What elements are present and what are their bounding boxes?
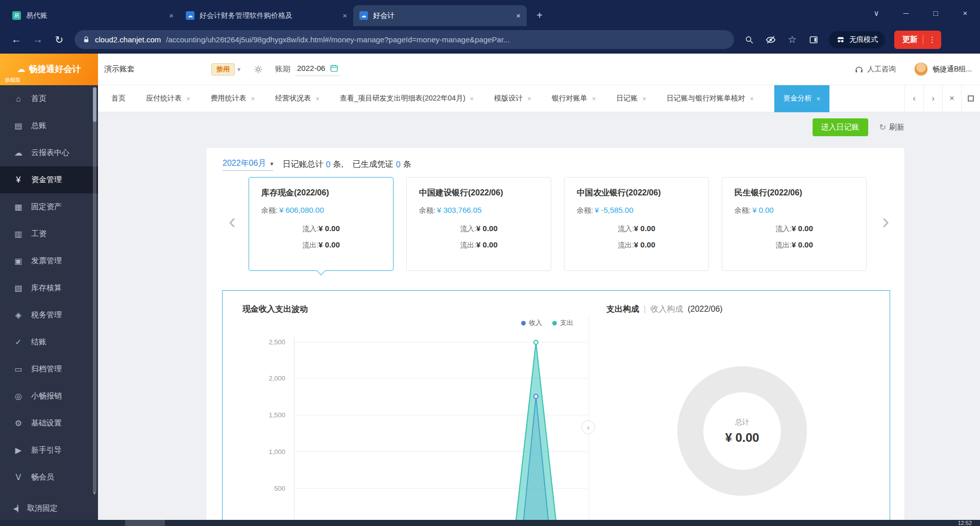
tabs-scroll-right-icon[interactable]: › <box>923 85 942 112</box>
account-card-cash[interactable]: 库存现金(2022/06) 余额:¥ 606,080.00 流入:¥ 0.00 … <box>249 177 394 271</box>
calendar-icon[interactable] <box>330 64 338 72</box>
carousel-prev-icon[interactable]: ‹ <box>229 211 236 232</box>
window-minimize-button[interactable]: ─ <box>891 0 921 26</box>
side-panel-icon[interactable] <box>804 31 823 49</box>
tab-close-icon[interactable]: × <box>186 95 190 103</box>
tab-close-icon[interactable]: × <box>315 95 320 103</box>
url-domain: cloud2.chanjet.com <box>95 35 161 44</box>
tab-close-icon[interactable]: × <box>516 11 521 20</box>
search-icon[interactable] <box>740 31 758 49</box>
browser-tab-yidaizhang[interactable]: 易 易代账 × <box>6 5 180 26</box>
donut-total-value: ¥ 0.00 <box>725 431 760 445</box>
period-label: 账期 <box>275 64 290 74</box>
tab-title: 好会计财务管理软件购价格及 <box>200 11 337 20</box>
composition-donut-chart: 总计 ¥ 0.00 <box>677 366 807 496</box>
tabs-close-all-icon[interactable]: × <box>942 85 961 112</box>
account-set-name[interactable]: 演示账套 <box>104 64 135 74</box>
update-button[interactable]: 更新 ⋮ <box>894 31 941 49</box>
sidebar-scrollbar[interactable] <box>93 87 96 493</box>
sidebar-item-general-ledger[interactable]: ▤总账 <box>0 112 98 139</box>
account-card-ccb[interactable]: 中国建设银行(2022/06) 余额:¥ 303,766.05 流入:¥ 0.0… <box>406 177 551 271</box>
fullscreen-icon[interactable] <box>961 85 980 112</box>
tracking-protection-eye-icon[interactable] <box>762 31 780 49</box>
sidebar-item-label: 固定资产 <box>31 202 62 212</box>
tab-close-icon[interactable]: × <box>642 95 646 103</box>
user-avatar[interactable] <box>914 62 928 76</box>
sidebar-item-expense[interactable]: ◎小畅报销 <box>0 383 98 410</box>
window-maximize-button[interactable]: □ <box>921 0 950 26</box>
workspace-tab-operating-report[interactable]: 经营状况表× <box>275 85 320 112</box>
new-tab-button[interactable]: + <box>532 8 547 23</box>
tab-close-icon[interactable]: × <box>817 95 821 103</box>
unpin-sidebar-button[interactable]: ◀▏ 取消固定 <box>13 504 58 513</box>
main-area: 首页 应付统计表× 费用统计表× 经营状况表× 查看_项目研发支出明细表(202… <box>98 85 980 526</box>
sidebar-item-beginner-guide[interactable]: ▶新手引导 <box>0 437 98 464</box>
tab-close-icon[interactable]: × <box>527 95 531 103</box>
workspace-tab-template-design[interactable]: 模版设计× <box>494 85 531 112</box>
sidebar-item-tax-management[interactable]: ◈税务管理 <box>0 302 98 329</box>
workspace-tab-funds-analysis[interactable]: 资金分析× <box>774 85 830 112</box>
refresh-button[interactable]: ↻ 刷新 <box>879 122 904 132</box>
tab-close-icon[interactable]: × <box>342 11 347 20</box>
forward-button[interactable]: → <box>29 31 47 49</box>
workspace-tab-expense-report[interactable]: 费用统计表× <box>211 85 255 112</box>
settings-gear-icon[interactable] <box>254 65 263 74</box>
account-card-abc[interactable]: 中国农业银行(2022/06) 余额:¥ -5,585.00 流入:¥ 0.00… <box>564 177 709 271</box>
sidebar-item-home[interactable]: ⌂首页 <box>0 85 98 112</box>
tab-close-icon[interactable]: × <box>470 95 474 103</box>
sidebar-item-cloud-reports[interactable]: ☁云报表中心 <box>0 139 98 166</box>
window-close-button[interactable]: × <box>950 0 980 26</box>
workspace-tab-home[interactable]: 首页 <box>111 85 126 112</box>
sidebar-item-archive[interactable]: ▭归档管理 <box>0 356 98 383</box>
support-link[interactable]: 人工咨询 <box>854 65 896 74</box>
reload-button[interactable]: ↻ <box>50 31 68 49</box>
sidebar-item-closing[interactable]: ✓结账 <box>0 329 98 356</box>
kebab-menu-icon[interactable]: ⋮ <box>928 35 936 44</box>
url-path: /accounting/uh26t264j5ui/98gdhygx8w/idx.… <box>166 35 726 44</box>
gear-icon: ⚙ <box>13 418 23 428</box>
carousel-next-icon[interactable]: › <box>882 211 889 232</box>
scroll-down-icon[interactable]: ▾ <box>92 490 97 496</box>
inflow-label: 流入: <box>618 224 634 233</box>
sidebar-item-fixed-assets[interactable]: ▦固定资产 <box>0 193 98 220</box>
browser-menu-chevron[interactable]: ∨ <box>862 0 891 26</box>
browser-tab-haokuaiji[interactable]: ☁ 好会计 × <box>353 5 527 26</box>
period-input[interactable]: 2022-06 <box>296 62 340 76</box>
tab-close-icon[interactable]: × <box>251 95 255 103</box>
tab-close-icon[interactable]: × <box>169 11 174 20</box>
badge-chevron-down-icon[interactable]: ▾ <box>237 66 240 73</box>
user-name[interactable]: 畅捷通B组... <box>933 65 972 74</box>
sidebar-item-payroll[interactable]: ▥工资 <box>0 220 98 247</box>
incognito-badge[interactable]: 无痕模式 <box>829 31 885 48</box>
sidebar-item-invoice-management[interactable]: ▣发票管理 <box>0 247 98 274</box>
sidebar-item-basic-settings[interactable]: ⚙基础设置 <box>0 410 98 437</box>
divider-collapse-handle[interactable]: ‹ <box>581 420 595 434</box>
workspace-tab-project-detail[interactable]: 查看_项目研发支出明细表(2022年04月)× <box>340 85 474 112</box>
workspace-tab-journal-bank-check[interactable]: 日记账与银行对账单核对× <box>667 85 754 112</box>
account-card-minsheng[interactable]: 民生银行(2022/06) 余额:¥ 0.00 流入:¥ 0.00 流出:¥ 0… <box>722 177 867 271</box>
tab-close-icon[interactable]: × <box>750 95 754 103</box>
os-taskbar-strip: 12:52 <box>0 520 980 526</box>
legend-expense[interactable]: 支出 <box>552 318 573 328</box>
expense-composition-tab[interactable]: 支出构成 <box>606 305 639 313</box>
browser-tab-pricing[interactable]: ☁ 好会计财务管理软件购价格及 × <box>180 5 353 26</box>
enter-journal-button[interactable]: 进入日记账 <box>813 118 868 136</box>
bookmark-star-icon[interactable]: ☆ <box>783 31 801 49</box>
sidebar-item-membership[interactable]: Ⅴ畅会员 <box>0 464 98 491</box>
sidebar-item-funds-management[interactable]: ¥资金管理 <box>0 166 98 193</box>
back-button[interactable]: ← <box>7 31 26 49</box>
tab-close-icon[interactable]: × <box>592 95 596 103</box>
tabstrip-controls: ‹ › × <box>904 85 980 112</box>
month-selector[interactable]: 2022年06月 ▾ <box>223 158 273 171</box>
taskbar-app-button[interactable] <box>125 520 165 526</box>
workspace-tab-payables-report[interactable]: 应付统计表× <box>146 85 190 112</box>
workspace-tab-bank-statement[interactable]: 银行对账单× <box>552 85 596 112</box>
sidebar-item-inventory[interactable]: ▧库存核算 <box>0 274 98 302</box>
tabs-scroll-left-icon[interactable]: ‹ <box>904 85 923 112</box>
legend-income[interactable]: 收入 <box>521 318 542 328</box>
url-bar[interactable]: cloud2.chanjet.com/accounting/uh26t264j5… <box>75 30 734 49</box>
workspace-tab-journal[interactable]: 日记账× <box>616 85 646 112</box>
income-composition-tab[interactable]: 收入构成 <box>650 305 683 313</box>
journal-total-count: 0 <box>326 160 330 169</box>
scrollbar-thumb[interactable] <box>93 87 96 122</box>
